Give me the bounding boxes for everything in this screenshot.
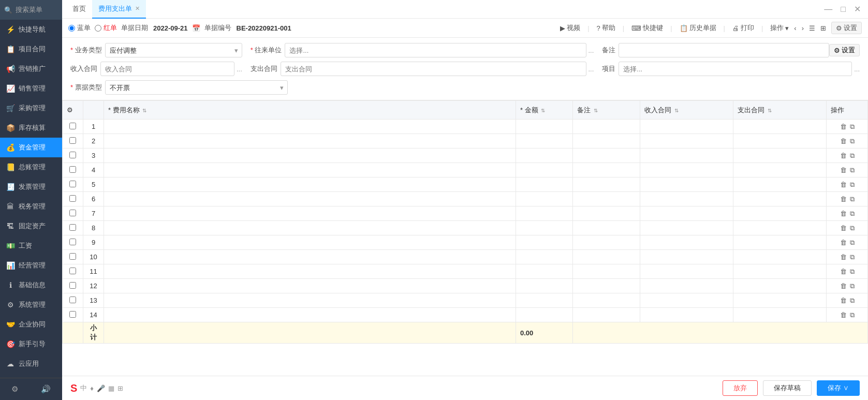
remark-settings-button[interactable]: ⚙ 设置 — [829, 44, 860, 56]
copy-row-icon[interactable]: ⧉ — [850, 253, 855, 261]
remark-cell[interactable] — [573, 264, 640, 279]
tab-close-icon[interactable]: ✕ — [135, 5, 140, 12]
col-income-contract[interactable]: 收入合同 ⇅ — [640, 101, 733, 120]
expense-name-cell[interactable] — [104, 293, 516, 308]
copy-row-icon[interactable]: ⧉ — [850, 137, 855, 145]
amount-cell[interactable] — [516, 163, 573, 177]
expense-name-cell[interactable] — [104, 120, 516, 134]
row-checkbox-cell[interactable] — [63, 293, 83, 308]
expense-contract-cell[interactable] — [733, 235, 827, 250]
copy-row-icon[interactable]: ⧉ — [850, 282, 855, 290]
income-contract-cell[interactable] — [640, 206, 733, 221]
income-contract-cell[interactable] — [640, 279, 733, 293]
amount-cell[interactable] — [516, 308, 573, 322]
remark-cell[interactable] — [573, 120, 640, 134]
expense-contract-cell[interactable] — [733, 134, 827, 149]
income-contract-cell[interactable] — [640, 264, 733, 279]
delete-row-icon[interactable]: 🗑 — [840, 239, 847, 247]
row-checkbox[interactable] — [69, 297, 76, 303]
expense-name-cell[interactable] — [104, 149, 516, 163]
help-button[interactable]: ? 帮助 — [597, 23, 615, 33]
grid-view-button[interactable]: ⊞ — [820, 24, 826, 32]
tab-home[interactable]: 首页 — [66, 0, 92, 19]
settings-icon-remark[interactable]: ⚙ 设置 — [829, 44, 860, 56]
sidebar-item-new-guide[interactable]: 🎯新手引导 — [0, 334, 62, 354]
copy-row-icon[interactable]: ⧉ — [850, 297, 855, 305]
remark-cell[interactable] — [573, 235, 640, 250]
settings-button[interactable]: ⚙ 设置 — [831, 22, 862, 34]
delete-row-icon[interactable]: 🗑 — [840, 137, 847, 145]
amount-cell[interactable] — [516, 120, 573, 134]
sort-icon[interactable]: ⇅ — [541, 108, 545, 113]
calendar-icon[interactable]: 📅 — [192, 24, 200, 32]
row-checkbox[interactable] — [69, 152, 76, 158]
list-view-button[interactable]: ☰ — [809, 24, 815, 32]
amount-cell[interactable] — [516, 293, 573, 308]
red-bill-radio[interactable]: 红单 — [95, 23, 117, 33]
expense-name-cell[interactable] — [104, 308, 516, 322]
sort-icon[interactable]: ⇅ — [142, 108, 146, 113]
tab-expense-bill[interactable]: 费用支出单✕ — [92, 0, 146, 19]
expense-contract-cell[interactable] — [733, 206, 827, 221]
sidebar-item-invoice-mgmt[interactable]: 🧾发票管理 — [0, 177, 62, 197]
sidebar-item-quick-nav[interactable]: ⚡快捷导航 — [0, 20, 62, 39]
remark-cell[interactable] — [573, 293, 640, 308]
save-draft-button[interactable]: 保存草稿 — [763, 380, 812, 396]
amount-cell[interactable] — [516, 206, 573, 221]
row-checkbox-cell[interactable] — [63, 221, 83, 235]
income-contract-cell[interactable] — [640, 163, 733, 177]
expense-contract-input[interactable] — [281, 62, 586, 76]
row-checkbox-cell[interactable] — [63, 235, 83, 250]
amount-cell[interactable] — [516, 279, 573, 293]
income-contract-input[interactable] — [100, 62, 234, 76]
sidebar-item-enterprise-collab[interactable]: 🤝企业协同 — [0, 315, 62, 334]
expense-contract-cell[interactable] — [733, 163, 827, 177]
invoice-type-select[interactable]: 不开票 — [105, 80, 288, 95]
copy-row-icon[interactable]: ⧉ — [850, 239, 855, 247]
expense-contract-cell[interactable] — [733, 177, 827, 192]
delete-row-icon[interactable]: 🗑 — [840, 282, 847, 290]
expense-name-cell[interactable] — [104, 177, 516, 192]
income-contract-cell[interactable] — [640, 134, 733, 149]
delete-row-icon[interactable]: 🗑 — [840, 311, 847, 319]
expense-contract-cell[interactable] — [733, 192, 827, 206]
row-checkbox[interactable] — [69, 166, 76, 173]
delete-row-icon[interactable]: 🗑 — [840, 224, 847, 232]
row-checkbox-cell[interactable] — [63, 163, 83, 177]
delete-row-icon[interactable]: 🗑 — [840, 268, 847, 276]
col-gear[interactable]: ⚙ — [63, 101, 83, 120]
sidebar-item-operations-mgmt[interactable]: 📊经营管理 — [0, 256, 62, 275]
row-checkbox-cell[interactable] — [63, 192, 83, 206]
amount-cell[interactable] — [516, 221, 573, 235]
expense-name-cell[interactable] — [104, 264, 516, 279]
expense-name-cell[interactable] — [104, 192, 516, 206]
next-nav-button[interactable]: › — [802, 24, 804, 32]
income-contract-cell[interactable] — [640, 177, 733, 192]
expense-contract-cell[interactable] — [733, 149, 827, 163]
delete-row-icon[interactable]: 🗑 — [840, 195, 847, 203]
amount-cell[interactable] — [516, 264, 573, 279]
expense-name-cell[interactable] — [104, 163, 516, 177]
sidebar-item-inventory[interactable]: 📦库存核算 — [0, 118, 62, 138]
sidebar-item-project-contract[interactable]: 📋项目合同 — [0, 39, 62, 59]
row-checkbox[interactable] — [69, 181, 76, 187]
prev-nav-button[interactable]: ‹ — [794, 24, 796, 32]
expense-contract-cell[interactable] — [733, 279, 827, 293]
project-input[interactable] — [619, 62, 852, 76]
remark-cell[interactable] — [573, 308, 640, 322]
expense-contract-cell[interactable] — [733, 120, 827, 134]
sidebar-item-capital-mgmt[interactable]: 💰资金管理 — [0, 138, 62, 157]
expense-name-cell[interactable] — [104, 206, 516, 221]
expense-name-cell[interactable] — [104, 221, 516, 235]
remark-cell[interactable] — [573, 177, 640, 192]
row-checkbox-cell[interactable] — [63, 206, 83, 221]
video-button[interactable]: ▶ 视频 — [560, 23, 580, 33]
gear-icon[interactable]: ⚙ — [67, 106, 73, 114]
col-amount[interactable]: * 金额 ⇅ — [516, 101, 573, 120]
row-checkbox-cell[interactable] — [63, 250, 83, 264]
remark-cell[interactable] — [573, 279, 640, 293]
sidebar-item-purchase-mgmt[interactable]: 🛒采购管理 — [0, 98, 62, 118]
income-contract-cell[interactable] — [640, 250, 733, 264]
income-contract-more-icon[interactable]: ... — [237, 65, 242, 73]
remark-cell[interactable] — [573, 134, 640, 149]
